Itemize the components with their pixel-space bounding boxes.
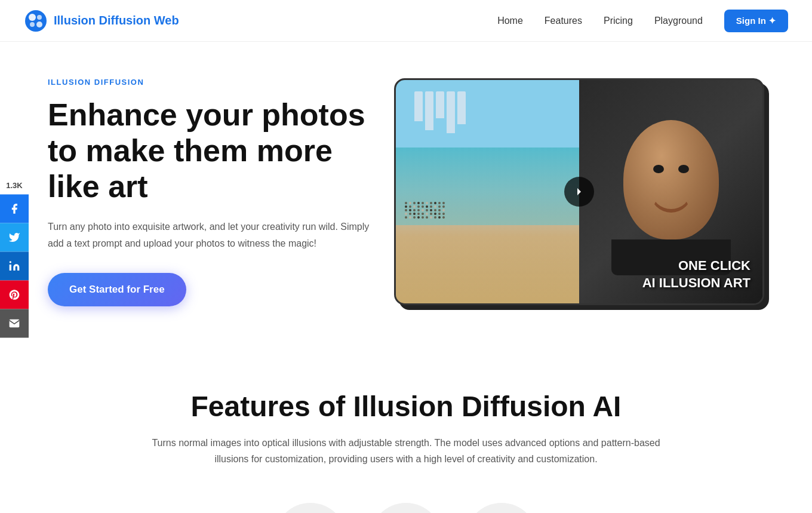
brand-name: Illusion Diffusion Web: [54, 14, 179, 27]
linkedin-share-button[interactable]: [0, 251, 29, 280]
svg-point-5: [10, 261, 11, 263]
beach-image: [396, 80, 579, 303]
feature-card-3: [466, 503, 537, 513]
svg-point-4: [36, 21, 42, 27]
face-smile: [650, 192, 692, 213]
facebook-share-button[interactable]: [0, 194, 29, 223]
overlay-line1: ONE CLICK: [642, 257, 751, 275]
hero-image-frame: ONE CLICK AI ILLUSION ART: [394, 78, 764, 305]
hero-title: Enhance your photos to make them more li…: [48, 97, 370, 204]
cta-button[interactable]: Get Started for Free: [48, 273, 186, 306]
face-eye-left: [653, 165, 664, 173]
twitter-icon: [8, 231, 20, 243]
feature-card-2: [370, 503, 442, 513]
features-section: Features of Illusion Diffusion AI Turns …: [0, 342, 812, 513]
arrow-divider: [564, 177, 594, 207]
nav-links: Home Features Pricing Playground Sign In…: [497, 10, 788, 32]
nav-home[interactable]: Home: [497, 16, 523, 26]
hero-image-inner: ONE CLICK AI ILLUSION ART: [396, 80, 762, 303]
svg-point-1: [29, 14, 36, 21]
svg-point-3: [30, 22, 35, 27]
signin-button[interactable]: Sign In ✦: [724, 10, 788, 32]
facebook-icon: [8, 202, 20, 214]
face-shape: [611, 120, 731, 263]
pinterest-icon: [8, 288, 20, 300]
email-icon: [8, 317, 20, 329]
navbar: Illusion Diffusion Web Home Features Pri…: [0, 0, 812, 42]
nav-playground[interactable]: Playground: [654, 16, 703, 26]
face-eye-right: [678, 165, 689, 173]
face-image: ONE CLICK AI ILLUSION ART: [579, 80, 762, 303]
beach-buildings: [414, 91, 466, 133]
social-sidebar: 1.3K: [0, 176, 29, 337]
linkedin-icon: [8, 260, 20, 272]
brand-icon: [24, 9, 48, 33]
features-title: Features of Illusion Diffusion AI: [24, 390, 788, 423]
hero-content: ILLUSION DIFFUSION Enhance your photos t…: [48, 78, 370, 306]
overlay-line2: AI ILLUSION ART: [642, 275, 751, 292]
beach-crowd: [396, 148, 579, 304]
hero-tag: ILLUSION DIFFUSION: [48, 78, 370, 87]
overlay-text: ONE CLICK AI ILLUSION ART: [642, 257, 751, 291]
svg-point-2: [37, 15, 42, 20]
features-description: Turns normal images into optical illusio…: [137, 435, 675, 467]
feature-card-1: [275, 503, 346, 513]
social-count: 1.3K: [0, 176, 29, 194]
features-cards: [24, 503, 788, 513]
nav-pricing[interactable]: Pricing: [604, 16, 633, 26]
svg-point-0: [25, 10, 47, 32]
arrow-icon: [572, 185, 586, 199]
brand-logo[interactable]: Illusion Diffusion Web: [24, 9, 179, 33]
email-share-button[interactable]: [0, 309, 29, 337]
hero-image-container: ONE CLICK AI ILLUSION ART: [394, 78, 764, 305]
pinterest-share-button[interactable]: [0, 280, 29, 309]
twitter-share-button[interactable]: [0, 223, 29, 251]
hero-section: ILLUSION DIFFUSION Enhance your photos t…: [0, 42, 812, 342]
people-dots: [405, 202, 570, 288]
face-head: [623, 120, 719, 239]
hero-description: Turn any photo into exquisite artwork, a…: [48, 219, 370, 251]
nav-features[interactable]: Features: [545, 16, 582, 26]
